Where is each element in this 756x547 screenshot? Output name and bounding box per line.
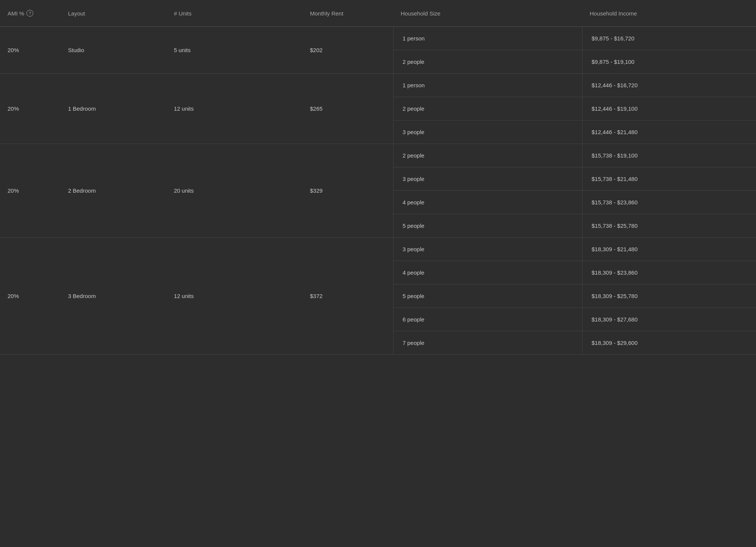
sub-row: 2 people$9,875 - $19,100: [393, 50, 756, 73]
cell-household-income: $18,309 - $21,480: [582, 238, 756, 261]
sub-row: 2 people$15,738 - $19,100: [393, 144, 756, 167]
header-household-size: Household Size: [393, 6, 582, 20]
row-right-cells: 3 people$18,309 - $21,4804 people$18,309…: [393, 238, 756, 354]
row-left-cells: 20%1 Bedroom12 units$265: [0, 74, 393, 144]
cell-rent: $265: [302, 98, 393, 119]
cell-household-income: $9,875 - $16,720: [582, 27, 756, 50]
income-table: AMI % ? Layout # Units Monthly Rent Hous…: [0, 0, 756, 355]
cell-household-size: 6 people: [393, 308, 582, 331]
cell-household-income: $15,738 - $21,480: [582, 167, 756, 190]
cell-household-income: $12,446 - $16,720: [582, 74, 756, 97]
sub-row: 5 people$18,309 - $25,780: [393, 284, 756, 308]
cell-household-size: 2 people: [393, 144, 582, 167]
cell-household-income: $12,446 - $19,100: [582, 97, 756, 120]
header-ami: AMI % ?: [0, 6, 60, 20]
sub-row: 7 people$18,309 - $29,600: [393, 331, 756, 354]
cell-rent: $202: [302, 39, 393, 61]
cell-household-size: 4 people: [393, 261, 582, 284]
sub-row: 6 people$18,309 - $27,680: [393, 308, 756, 331]
sub-row: 4 people$15,738 - $23,860: [393, 191, 756, 214]
cell-layout: 1 Bedroom: [60, 98, 166, 119]
row-right-cells: 1 person$12,446 - $16,7202 people$12,446…: [393, 74, 756, 144]
header-units-label: # Units: [174, 10, 192, 17]
cell-household-size: 2 people: [393, 50, 582, 73]
sub-row: 5 people$15,738 - $25,780: [393, 214, 756, 237]
cell-units: 20 units: [166, 180, 302, 201]
cell-household-income: $18,309 - $27,680: [582, 308, 756, 331]
cell-household-income: $9,875 - $19,100: [582, 50, 756, 73]
table-body: 20%Studio5 units$2021 person$9,875 - $16…: [0, 27, 756, 355]
cell-rent: $372: [302, 285, 393, 307]
sub-row: 3 people$12,446 - $21,480: [393, 121, 756, 144]
cell-household-size: 5 people: [393, 284, 582, 307]
header-household-income-label: Household Income: [590, 10, 637, 17]
cell-layout: Studio: [60, 39, 166, 61]
ami-help-icon[interactable]: ?: [26, 10, 33, 17]
cell-household-income: $18,309 - $23,860: [582, 261, 756, 284]
cell-units: 12 units: [166, 98, 302, 119]
header-household-size-label: Household Size: [401, 10, 440, 17]
cell-ami: 20%: [0, 98, 60, 119]
cell-rent: $329: [302, 180, 393, 201]
sub-row: 1 person$9,875 - $16,720: [393, 27, 756, 50]
cell-household-income: $15,738 - $23,860: [582, 191, 756, 214]
cell-units: 5 units: [166, 39, 302, 61]
header-ami-label: AMI %: [8, 10, 24, 17]
header-layout-label: Layout: [68, 10, 85, 17]
header-rent-label: Monthly Rent: [310, 10, 343, 17]
table-row-group: 20%Studio5 units$2021 person$9,875 - $16…: [0, 27, 756, 74]
cell-household-size: 1 person: [393, 27, 582, 50]
cell-household-income: $18,309 - $29,600: [582, 331, 756, 354]
table-row-group: 20%3 Bedroom12 units$3723 people$18,309 …: [0, 238, 756, 355]
header-layout: Layout: [60, 6, 166, 20]
cell-household-income: $15,738 - $25,780: [582, 214, 756, 237]
cell-units: 12 units: [166, 285, 302, 307]
cell-household-size: 1 person: [393, 74, 582, 97]
cell-ami: 20%: [0, 285, 60, 307]
table-row-group: 20%2 Bedroom20 units$3292 people$15,738 …: [0, 144, 756, 238]
row-left-cells: 20%2 Bedroom20 units$329: [0, 144, 393, 237]
cell-household-size: 3 people: [393, 121, 582, 144]
table-header: AMI % ? Layout # Units Monthly Rent Hous…: [0, 0, 756, 27]
cell-layout: 2 Bedroom: [60, 180, 166, 201]
sub-row: 3 people$18,309 - $21,480: [393, 238, 756, 261]
cell-household-size: 2 people: [393, 97, 582, 120]
cell-household-income: $15,738 - $19,100: [582, 144, 756, 167]
cell-ami: 20%: [0, 39, 60, 61]
table-row-group: 20%1 Bedroom12 units$2651 person$12,446 …: [0, 74, 756, 144]
header-units: # Units: [166, 6, 302, 20]
cell-household-size: 3 people: [393, 167, 582, 190]
header-rent: Monthly Rent: [302, 6, 393, 20]
cell-household-income: $18,309 - $25,780: [582, 284, 756, 307]
sub-row: 2 people$12,446 - $19,100: [393, 97, 756, 121]
cell-household-size: 4 people: [393, 191, 582, 214]
cell-household-size: 3 people: [393, 238, 582, 261]
cell-household-income: $12,446 - $21,480: [582, 121, 756, 144]
row-right-cells: 2 people$15,738 - $19,1003 people$15,738…: [393, 144, 756, 237]
sub-row: 4 people$18,309 - $23,860: [393, 261, 756, 284]
cell-household-size: 5 people: [393, 214, 582, 237]
header-household-income: Household Income: [582, 6, 756, 20]
sub-row: 3 people$15,738 - $21,480: [393, 167, 756, 191]
cell-ami: 20%: [0, 180, 60, 201]
row-left-cells: 20%3 Bedroom12 units$372: [0, 238, 393, 354]
row-right-cells: 1 person$9,875 - $16,7202 people$9,875 -…: [393, 27, 756, 73]
row-left-cells: 20%Studio5 units$202: [0, 27, 393, 73]
cell-layout: 3 Bedroom: [60, 285, 166, 307]
cell-household-size: 7 people: [393, 331, 582, 354]
sub-row: 1 person$12,446 - $16,720: [393, 74, 756, 97]
